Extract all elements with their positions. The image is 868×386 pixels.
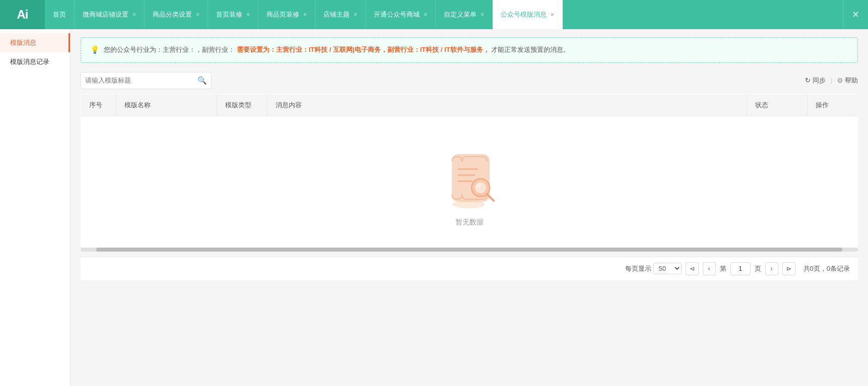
nav-tab-close-icon[interactable]: × bbox=[354, 11, 357, 18]
scrollbar-thumb[interactable] bbox=[96, 248, 842, 252]
industry-alert: 💡 您的公众号行业为：主营行业：，副营行业： 需要设置为：主营行业：IT科技 /… bbox=[81, 37, 858, 63]
nav-tab-close-icon[interactable]: × bbox=[246, 11, 250, 18]
page-size-select: 每页显示 102050100 bbox=[625, 263, 682, 274]
col-name: 模版名称 bbox=[116, 94, 217, 116]
nav-tab-label: 店铺主题 bbox=[323, 10, 350, 19]
svg-point-5 bbox=[475, 182, 486, 193]
empty-state-row: 暂无数据 bbox=[81, 116, 858, 247]
nav-tab-close-icon[interactable]: × bbox=[551, 11, 554, 18]
nav-tab-close-icon[interactable]: × bbox=[196, 11, 199, 18]
horizontal-scrollbar[interactable] bbox=[81, 248, 858, 252]
content-area: 💡 您的公众号行业为：主营行业：，副营行业： 需要设置为：主营行业：IT科技 /… bbox=[71, 29, 868, 386]
help-icon: ⊙ bbox=[837, 76, 843, 84]
col-seq: 序号 bbox=[81, 94, 116, 116]
nav-tab-list: 首页微商城店铺设置×商品分类设置×首页装修×商品页装修×店铺主题×开通公众号商城… bbox=[45, 0, 843, 29]
page-prefix-label: 第 bbox=[720, 264, 726, 273]
sidebar-item-template-msg[interactable]: 模版消息 bbox=[0, 33, 70, 52]
toolbar-divider: | bbox=[831, 76, 832, 84]
help-button[interactable]: ⊙ 帮助 bbox=[837, 76, 858, 85]
search-icon[interactable]: 🔍 bbox=[197, 76, 207, 85]
nav-tab-label: 微商城店铺设置 bbox=[83, 10, 128, 19]
table-body: 暂无数据 bbox=[81, 116, 858, 247]
empty-state: 暂无数据 bbox=[81, 116, 857, 247]
total-info: 共0页，0条记录 bbox=[804, 264, 850, 273]
nav-tab-homepage-decoration[interactable]: 首页装修× bbox=[208, 0, 258, 29]
nav-tab-template-msg[interactable]: 公众号模版消息× bbox=[493, 0, 563, 29]
nav-tab-close-icon[interactable]: × bbox=[132, 11, 136, 18]
pagination-bar: 每页显示 102050100 ⊲ ‹ 第 页 › ⊳ 共0页，0条记录 bbox=[81, 257, 858, 280]
empty-illustration bbox=[81, 146, 857, 212]
alert-text: 您的公众号行业为：主营行业：，副营行业： 需要设置为：主营行业：IT科技 / 互… bbox=[104, 45, 570, 55]
sync-icon: ↻ bbox=[805, 76, 811, 84]
svg-point-7 bbox=[477, 184, 481, 188]
page-number-input[interactable] bbox=[730, 262, 751, 275]
nav-tab-close-icon[interactable]: × bbox=[481, 11, 484, 18]
sidebar: 模版消息模版消息记录 bbox=[0, 29, 71, 386]
col-action: 操作 bbox=[808, 94, 858, 116]
last-page-button[interactable]: ⊳ bbox=[782, 262, 795, 275]
nav-tab-custom-menu[interactable]: 自定义菜单× bbox=[436, 0, 493, 29]
first-page-button[interactable]: ⊲ bbox=[686, 262, 699, 275]
close-all-button[interactable]: ✕ bbox=[843, 0, 868, 29]
nav-tab-label: 商品分类设置 bbox=[153, 10, 192, 19]
alert-icon: 💡 bbox=[90, 45, 100, 54]
nav-tab-label: 自定义菜单 bbox=[444, 10, 477, 19]
sidebar-item-template-msg-log[interactable]: 模版消息记录 bbox=[0, 52, 70, 71]
nav-tab-label: 公众号模版消息 bbox=[501, 10, 547, 19]
nav-tab-shop-settings[interactable]: 微商城店铺设置× bbox=[75, 0, 145, 29]
toolbar-right: ↻ 同步 | ⊙ 帮助 bbox=[805, 76, 858, 85]
page-size-label: 每页显示 bbox=[625, 264, 651, 273]
col-status: 状态 bbox=[747, 94, 808, 116]
nav-tab-product-decoration[interactable]: 商品页装修× bbox=[258, 0, 315, 29]
empty-text: 暂无数据 bbox=[81, 218, 857, 227]
table-header: 序号模版名称模版类型消息内容状态操作 bbox=[81, 94, 858, 116]
top-navigation: Ai 首页微商城店铺设置×商品分类设置×首页装修×商品页装修×店铺主题×开通公众… bbox=[0, 0, 868, 29]
table-header-row: 序号模版名称模版类型消息内容状态操作 bbox=[81, 94, 858, 116]
page-size-dropdown[interactable]: 102050100 bbox=[653, 263, 682, 274]
col-type: 模版类型 bbox=[217, 94, 268, 116]
main-layout: 模版消息模版消息记录 💡 您的公众号行业为：主营行业：，副营行业： 需要设置为：… bbox=[0, 29, 868, 386]
prev-page-button[interactable]: ‹ bbox=[703, 262, 716, 275]
nav-tab-label: 首页装修 bbox=[216, 10, 242, 19]
search-input-wrap: 🔍 bbox=[81, 72, 212, 89]
sync-button[interactable]: ↻ 同步 bbox=[805, 76, 826, 85]
nav-tab-close-icon[interactable]: × bbox=[424, 11, 427, 18]
search-bar: 🔍 ↻ 同步 | ⊙ 帮助 bbox=[81, 72, 858, 89]
col-content: 消息内容 bbox=[268, 94, 747, 116]
page-suffix-label: 页 bbox=[755, 264, 761, 273]
nav-tab-label: 商品页装修 bbox=[266, 10, 299, 19]
nav-tab-store-theme[interactable]: 店铺主题× bbox=[315, 0, 366, 29]
app-logo: Ai bbox=[0, 0, 45, 29]
nav-tab-home[interactable]: 首页 bbox=[45, 0, 75, 29]
template-table: 序号模版名称模版类型消息内容状态操作 bbox=[81, 94, 858, 248]
next-page-button[interactable]: › bbox=[765, 262, 778, 275]
nav-tab-close-icon[interactable]: × bbox=[303, 11, 307, 18]
nav-tab-open-mall[interactable]: 开通公众号商城× bbox=[366, 0, 436, 29]
search-input[interactable] bbox=[85, 76, 197, 84]
nav-tab-label: 首页 bbox=[53, 10, 66, 19]
nav-tab-label: 开通公众号商城 bbox=[374, 10, 420, 19]
nav-tab-category-settings[interactable]: 商品分类设置× bbox=[145, 0, 208, 29]
